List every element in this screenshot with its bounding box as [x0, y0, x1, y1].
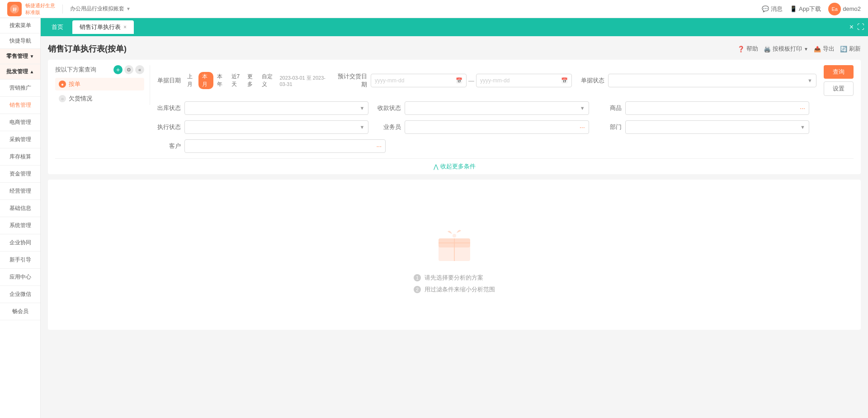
empty-tip-2: 2 用过滤条件来缩小分析范围	[414, 285, 495, 294]
exec-status-field: 执行状态 ▼	[156, 120, 368, 134]
filter-panel: 按以下方案查询 + ⚙ « ● 按单 ○	[48, 60, 861, 174]
tab-active[interactable]: 销售订单执行表 ×	[72, 20, 134, 34]
receive-status-select[interactable]: ▼	[405, 101, 589, 115]
tab-close-btn[interactable]: ×	[123, 24, 127, 30]
sidebar-item-purchase[interactable]: 采购管理	[0, 131, 40, 148]
refresh-btn[interactable]: 🔄 刷新	[840, 45, 861, 53]
dept-select[interactable]: ▼	[625, 120, 809, 134]
sidebar-item-finance[interactable]: 资金管理	[0, 166, 40, 183]
sidebar-quick-nav[interactable]: 快捷导航	[0, 33, 40, 49]
scheme-panel: 按以下方案查询 + ⚙ « ● 按单 ○	[55, 65, 150, 105]
settings-button[interactable]: 设置	[824, 81, 854, 96]
date-tabs: 上月 本月 本年 近7天 更多 自定义	[184, 72, 276, 89]
customer-field: 客户 ···	[156, 139, 386, 153]
ship-status-select[interactable]: ▼	[184, 101, 368, 115]
scheme-collapse-btn[interactable]: «	[135, 65, 144, 74]
scheme-panel-header: 按以下方案查询 + ⚙ «	[55, 65, 144, 74]
empty-tips: 1 请先选择要分析的方案 2 用过滤条件来缩小分析范围	[414, 274, 495, 294]
sidebar-item-apps[interactable]: 应用中心	[0, 269, 40, 286]
sidebar-label-retail: 零售管理	[6, 52, 28, 60]
app-icon: 📱	[790, 5, 797, 12]
salesman-field: 业务员 ···	[376, 120, 589, 134]
sidebar-item-marketing[interactable]: 营销推广	[0, 80, 40, 97]
date-tab-thismonth[interactable]: 本月	[198, 72, 213, 89]
tip-num-2: 2	[414, 286, 421, 293]
sidebar-item-system[interactable]: 系统管理	[0, 217, 40, 234]
sidebar: 搜索菜单 快捷导航 零售管理 ▼ 批发管理 ▲ 营销推广 销售管理 电商管理 采…	[0, 18, 41, 418]
export-icon: 📤	[814, 46, 821, 52]
sidebar-item-inventory[interactable]: 库存核算	[0, 148, 40, 166]
ship-chevron-icon: ▼	[359, 105, 364, 111]
sidebar-item-member[interactable]: 畅会员	[0, 303, 40, 320]
salesman-input[interactable]: ···	[405, 120, 589, 134]
collapse-icon: ⋀	[434, 163, 439, 170]
message-btn[interactable]: 💬 消息	[762, 5, 783, 13]
sidebar-item-enterprise[interactable]: 企业协同	[0, 234, 40, 252]
collapse-bar[interactable]: ⋀ 收起更多条件	[55, 158, 854, 174]
industry-title[interactable]: 办公用品行业模拟账套 ▼	[70, 5, 131, 13]
print-arrow-icon: ▼	[804, 47, 808, 52]
tab-home[interactable]: 首页	[44, 20, 71, 34]
svg-text:好: 好	[12, 7, 17, 12]
scheme-item-order[interactable]: ● 按单	[55, 78, 144, 90]
date-field: 单据日期 上月 本月 本年 近7天 更多 自定义	[156, 72, 327, 89]
exec-chevron-icon: ▼	[359, 124, 364, 130]
date-tab-more[interactable]: 更多	[245, 72, 258, 89]
tab-bar: 首页 销售订单执行表 × × ⛶	[41, 18, 868, 36]
customer-input[interactable]: ···	[184, 139, 386, 153]
industry-dropdown-icon: ▼	[126, 6, 131, 11]
main-layout: 搜索菜单 快捷导航 零售管理 ▼ 批发管理 ▲ 营销推广 销售管理 电商管理 采…	[0, 18, 868, 418]
goods-field: 商品 ···	[596, 101, 809, 115]
page-header: 销售订单执行表(按单) ❓ 帮助 🖨️ 按模板打印 ▼ 📤 导出	[48, 43, 861, 54]
expected-date-start[interactable]: yyyy-mm-dd 📅	[371, 74, 467, 87]
export-btn[interactable]: 📤 导出	[814, 45, 835, 53]
sidebar-item-basic[interactable]: 基础信息	[0, 200, 40, 217]
scheme-item-shortage[interactable]: ○ 欠货情况	[55, 92, 144, 105]
sidebar-item-guide[interactable]: 新手引导	[0, 252, 40, 269]
date-controls: 上月 本月 本年 近7天 更多 自定义 2023-03-01 至 2023-03…	[184, 72, 327, 89]
date-range-text: 2023-03-01 至 2023-03-31	[279, 75, 327, 87]
date-tab-thisyear[interactable]: 本年	[214, 72, 227, 89]
date-tab-custom[interactable]: 自定义	[259, 72, 276, 89]
scheme-edit-btn[interactable]: ⚙	[124, 65, 133, 74]
sidebar-item-sales[interactable]: 销售管理	[0, 97, 40, 114]
date-tab-lastmonth[interactable]: 上月	[184, 72, 198, 89]
date-tab-7days[interactable]: 近7天	[229, 72, 244, 89]
tab-active-label: 销售订单执行表	[80, 23, 121, 31]
calendar-icon-end: 📅	[561, 77, 568, 84]
user-profile[interactable]: Ea demo2	[828, 3, 861, 15]
sidebar-item-wechat[interactable]: 企业微信	[0, 286, 40, 303]
scheme-item-icon-order: ●	[59, 81, 66, 88]
app-brand: 畅捷通好生意 标准版	[25, 2, 55, 15]
sidebar-search[interactable]: 搜索菜单	[0, 18, 40, 33]
tip-num-1: 1	[414, 274, 421, 281]
app-download-btn[interactable]: 📱 App下载	[790, 5, 821, 13]
print-btn[interactable]: 🖨️ 按模板打印 ▼	[764, 45, 808, 53]
tab-maximize-icon[interactable]: ⛶	[857, 23, 864, 31]
sidebar-item-wholesale[interactable]: 批发管理 ▲	[0, 64, 40, 80]
scheme-add-btn[interactable]: +	[113, 65, 123, 74]
filter-row-1: 单据日期 上月 本月 本年 近7天 更多 自定义	[156, 65, 854, 96]
status-chevron-icon: ▼	[807, 78, 812, 83]
topbar-right: 💬 消息 📱 App下载 Ea demo2	[762, 3, 861, 15]
expected-date-end[interactable]: yyyy-mm-dd 📅	[476, 74, 572, 87]
calendar-icon-start: 📅	[456, 77, 462, 84]
page-title: 销售订单执行表(按单)	[48, 43, 127, 54]
page-actions: ❓ 帮助 🖨️ 按模板打印 ▼ 📤 导出 🔄 刷新	[737, 45, 861, 53]
sidebar-item-operation[interactable]: 经营管理	[0, 183, 40, 200]
sidebar-item-ecommerce[interactable]: 电商管理	[0, 114, 40, 131]
status-select[interactable]: ▼	[608, 74, 816, 87]
search-button[interactable]: 查询	[824, 65, 854, 79]
print-icon: 🖨️	[764, 46, 771, 52]
goods-input[interactable]: ···	[625, 101, 809, 115]
help-btn[interactable]: ❓ 帮助	[737, 45, 758, 53]
customer-dots-icon: ···	[376, 142, 382, 150]
salesman-dots-icon: ···	[580, 124, 585, 131]
receive-chevron-icon: ▼	[580, 105, 585, 111]
message-icon: 💬	[762, 5, 769, 12]
tab-minimize-icon[interactable]: ×	[849, 23, 854, 31]
sidebar-label-wholesale: 批发管理	[6, 68, 28, 76]
sidebar-item-retail[interactable]: 零售管理 ▼	[0, 49, 40, 64]
dept-chevron-icon: ▼	[800, 124, 805, 130]
exec-status-select[interactable]: ▼	[184, 120, 368, 134]
